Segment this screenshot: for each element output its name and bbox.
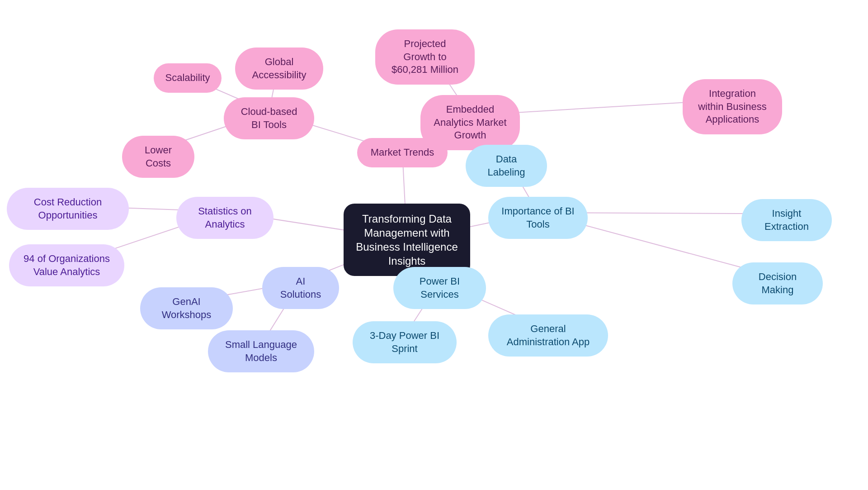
node-insight-extraction[interactable]: Insight Extraction <box>741 199 832 241</box>
node-scalability[interactable]: Scalability <box>154 63 222 93</box>
node-cost-reduction[interactable]: Cost Reduction Opportunities <box>7 188 129 230</box>
node-power-bi-services[interactable]: Power BI Services <box>393 267 486 309</box>
node-embedded-analytics[interactable]: Embedded Analytics Market Growth <box>420 95 520 150</box>
node-cloud-bi-tools[interactable]: Cloud-based BI Tools <box>224 97 314 139</box>
node-general-admin[interactable]: General Administration App <box>488 314 608 357</box>
node-decision-making[interactable]: Decision Making <box>732 262 823 304</box>
node-data-labeling[interactable]: Data Labeling <box>466 145 547 187</box>
node-integration-business[interactable]: Integration within Business Applications <box>683 79 782 134</box>
node-ai-solutions[interactable]: AI Solutions <box>262 267 339 309</box>
node-importance-bi[interactable]: Importance of BI Tools <box>488 197 588 239</box>
node-3day-sprint[interactable]: 3-Day Power BI Sprint <box>353 321 457 363</box>
mindmap-canvas: Transforming Data Management with Busine… <box>0 0 868 490</box>
node-projected-growth[interactable]: Projected Growth to $60,281 Million <box>375 29 475 85</box>
node-small-language[interactable]: Small Language Models <box>208 330 314 372</box>
node-94-organizations[interactable]: 94 of Organizations Value Analytics <box>9 244 124 286</box>
node-genai-workshops[interactable]: GenAI Workshops <box>140 287 233 329</box>
node-statistics-analytics[interactable]: Statistics on Analytics <box>176 197 274 239</box>
node-global-accessibility[interactable]: Global Accessibility <box>235 48 323 90</box>
center-node[interactable]: Transforming Data Management with Busine… <box>344 204 470 276</box>
node-lower-costs[interactable]: Lower Costs <box>122 136 194 178</box>
